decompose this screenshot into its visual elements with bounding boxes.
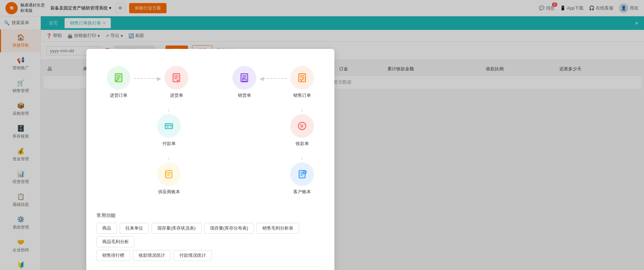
func-btn-partners[interactable]: 往来单位 (120, 223, 149, 234)
purchase-order-label: 进货订单 (110, 92, 127, 98)
popup-scroll-area: ◀ ▶ (97, 266, 324, 270)
svg-rect-23 (167, 126, 169, 128)
arrow-down-3: ↓ (168, 155, 171, 161)
receipt-bill-icon: ¥ (290, 114, 314, 138)
app-container: 畅 畅康通好生意 标准版 装备及固定资产辅助管理系统 ▾ ⚙ 体验行业方案 💬 … (0, 0, 644, 270)
common-functions-section: 常用功能 商品 往来单位 现存量(库存状况表) 现存量(库存分布表) 销售毛利分… (97, 213, 324, 261)
flow-diagram-area: 进货订单 ▶ 进 (97, 59, 324, 210)
svg-text:¥: ¥ (300, 123, 303, 129)
supplier-ledger-node[interactable]: 供应商账本 (157, 162, 181, 195)
payment-bill-icon: ¥ (157, 114, 181, 138)
sales-order-icon (290, 66, 314, 90)
func-btn-current-stock-status[interactable]: 现存量(库存状况表) (152, 223, 202, 234)
page-content: ❓ 帮助 🖨️ 按模板打印 ▾ ↗ 导出 ▾ 🔄 (41, 30, 644, 270)
purchase-bill-node[interactable]: 进货单 (161, 66, 192, 98)
sales-bill-icon (232, 66, 256, 90)
purchase-bill-label: 进货单 (170, 92, 183, 98)
svg-rect-16 (299, 74, 306, 82)
sales-bill-node[interactable]: 销货单 (229, 66, 260, 98)
main-layout: 🔍 搜索菜单 🏠 快捷导航 📢 营销推广 🛒 销售管理 📦 (0, 16, 644, 270)
content-area: 首页 销售订单执行表 × ✕ ❓ 帮助 🖨️ (41, 16, 644, 270)
func-btn-goods-profit-analysis[interactable]: 商品毛利分析 (97, 236, 135, 247)
purchase-bill-icon (164, 66, 188, 90)
payment-bill-node[interactable]: ¥ 付款单 (157, 114, 181, 147)
supplier-ledger-label: 供应商账本 (158, 189, 180, 195)
payment-bill-label: 付款单 (162, 141, 176, 147)
sales-order-label: 销售订单 (293, 92, 311, 98)
receipt-bill-label: 收款单 (296, 141, 309, 147)
arrow-down-1: ↓ (168, 107, 171, 113)
purchase-order-node[interactable]: 进货订单 (103, 66, 134, 98)
customer-ledger-node[interactable]: 客户账本 (290, 162, 314, 195)
customer-ledger-icon (290, 162, 314, 186)
function-buttons-row1: 商品 往来单位 现存量(库存状况表) 现存量(库存分布表) 销售毛利分析表 商品… (97, 223, 324, 247)
func-btn-receipt-stats[interactable]: 收款情况统计 (133, 250, 171, 261)
payment-bill-col2: ↓ 供应商账本 (154, 155, 184, 195)
func-btn-sales-ranking[interactable]: 销售排行榜 (97, 250, 130, 261)
receipt-bill-node[interactable]: ¥ 收款单 (290, 114, 314, 147)
supplier-ledger-icon (157, 162, 181, 186)
svg-rect-5 (173, 74, 180, 82)
sales-order-node[interactable]: 销售订单 (287, 66, 317, 98)
arrow-sales-order-to-sales-bill: ◀ (260, 75, 287, 82)
arrow-purchase-order-to-purchase-bill: ▶ (134, 75, 161, 82)
flow-popup: 进货订单 ▶ 进 (86, 49, 334, 270)
receipt-bill-col2: ↓ 客户账本 (287, 155, 317, 195)
svg-rect-28 (166, 170, 172, 178)
func-btn-current-stock-dist[interactable]: 现存量(库存分布表) (204, 223, 254, 234)
sales-bill-label: 销货单 (238, 92, 251, 98)
svg-rect-33 (165, 171, 166, 177)
sales-bill-col: ↓ ¥ 收款单 (287, 107, 317, 147)
func-btn-sales-profit-analysis[interactable]: 销售毛利分析表 (257, 223, 299, 234)
svg-rect-10 (241, 74, 248, 82)
func-btn-payment-stats[interactable]: 付款情况统计 (174, 250, 212, 261)
function-buttons-row2: 销售排行榜 收款情况统计 付款情况统计 (97, 250, 324, 261)
purchase-order-icon (107, 66, 130, 90)
common-functions-title: 常用功能 (97, 213, 324, 219)
func-btn-goods[interactable]: 商品 (97, 223, 117, 234)
arrow-down-4: ↓ (301, 155, 304, 161)
customer-ledger-label: 客户账本 (293, 189, 311, 195)
arrow-down-2: ↓ (301, 107, 304, 113)
purchase-bill-col: ↓ ¥ 付款单 (154, 107, 184, 147)
svg-text:¥: ¥ (171, 126, 172, 128)
